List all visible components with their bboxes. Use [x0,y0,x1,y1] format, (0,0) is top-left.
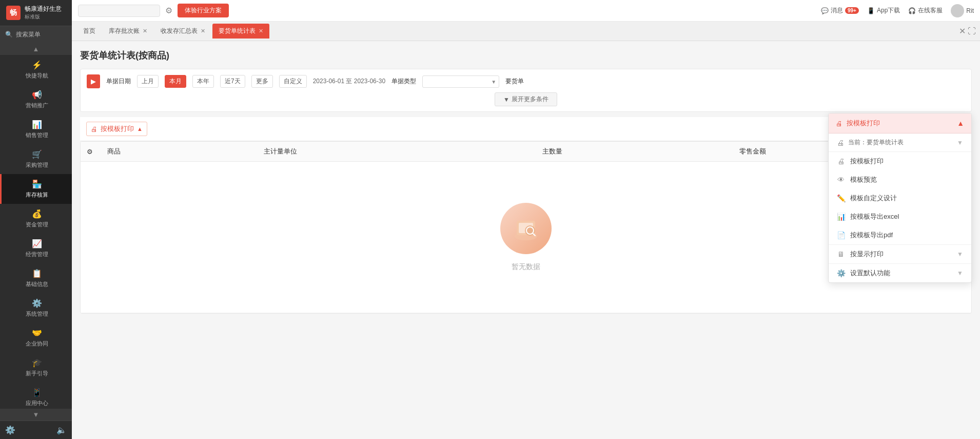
nav-icon-qiye: 🤝 [32,328,42,338]
tab-shoufacun[interactable]: 收发存汇总表 ✕ [154,24,211,39]
dropdown-item-pdf[interactable]: 📄 按模板导出pdf [829,226,971,244]
dropdown-item-set-icon: ⚙️ [837,269,845,277]
tab-kucun-pizhang[interactable]: 库存批次账 ✕ [103,24,153,39]
sidebar-scroll-up[interactable]: ▲ [0,43,72,55]
th-unit: 主计量单位 [258,142,536,162]
sidebar-search[interactable]: 🔍 搜索菜单 [0,26,72,43]
logo-icon: 畅 [6,6,21,20]
nav-label-kucun: 库存核算 [26,191,48,199]
print-btn[interactable]: 🖨 按模板打印 ▲ [86,122,147,136]
gear-icon: ⚙ [87,148,93,156]
dropdown-item-design-icon: ✏️ [837,194,845,202]
date-btn-jin7[interactable]: 近7天 [220,75,245,88]
dropdown-item-preview-label: 模板预览 [850,175,963,184]
tab-shoufacun-close[interactable]: ✕ [201,28,205,34]
sidebar-item-zijin[interactable]: 💰 资金管理 [0,204,72,234]
date-btn-ziding[interactable]: 自定义 [279,75,307,88]
dropdown-item-design-label: 模板自定义设计 [850,194,963,203]
tab-home[interactable]: 首页 [77,24,102,39]
message-label: 消息 [831,6,843,15]
dropdown-item-print-label: 按模板打印 [850,157,963,166]
dropdown-item-design[interactable]: ✏️ 模板自定义设计 [829,189,971,207]
nav-icon-caigou: 🛒 [32,149,42,159]
filter-expand-left[interactable]: ▶ [87,74,100,88]
dropdown-item-preview[interactable]: 👁 模板预览 [829,170,971,189]
app-download-icon: 📱 [867,7,875,14]
nav-label-zijin: 资金管理 [26,221,48,228]
app-tag: 标准版 [25,13,62,21]
tab-yaohuo-close[interactable]: ✕ [259,28,263,34]
tab-yaohuo[interactable]: 要货单统计表 ✕ [212,24,269,39]
message-icon: 💬 [821,7,829,14]
dropdown-current-label: 当前：要货单统计表 [848,138,953,147]
dropdown-collapse-icon[interactable]: ▲ [957,119,964,127]
online-service-icon: 🎧 [908,7,916,14]
dropdown-item-print[interactable]: 🖨 按模板打印 [829,152,971,170]
sidebar-item-xiaoshou[interactable]: 📊 销售管理 [0,114,72,144]
sidebar-scroll-down[interactable]: ▼ [0,409,72,421]
dropdown-item-set-default[interactable]: ⚙️ 设置默认功能 ▼ [829,264,971,282]
sidebar-item-kucun[interactable]: 🏪 库存核算 [0,174,72,204]
sidebar-search-label: 搜索菜单 [16,30,41,39]
sidebar: 畅 畅康通好生意 标准版 🔍 搜索菜单 ▲ ⚡ 快捷导航 📢 营销推广 📊 销售… [0,0,72,439]
sidebar-item-jichu[interactable]: 📋 基础信息 [0,263,72,293]
tab-kucun-pizhang-close[interactable]: ✕ [143,28,147,34]
expand-more-icon: ▼ [503,96,509,103]
empty-icon [500,203,552,254]
nav-icon-xinshou: 🎓 [32,358,42,368]
sidebar-item-qiye[interactable]: 🤝 企业协同 [0,323,72,353]
dropdown-item-excel[interactable]: 📊 按模板导出excel [829,207,971,226]
nav-label-xinshou: 新手引导 [26,370,48,377]
sidebar-item-xitong[interactable]: ⚙️ 系统管理 [0,293,72,323]
dropdown-items-section: 🖨 按模板打印 👁 模板预览 ✏️ 模板自定义设计 📊 按模板导出excel 📄 [829,152,971,245]
dropdown-current-section: 🖨 当前：要货单统计表 ▼ [829,133,971,152]
tab-home-label: 首页 [83,27,95,35]
nav-icon-kucun: 🏪 [32,179,42,189]
print-label: 按模板打印 [101,124,134,133]
date-btn-benyue[interactable]: 本月 [165,75,186,88]
sidebar-item-jingying[interactable]: 📈 经营管理 [0,234,72,263]
date-btn-gengduo[interactable]: 更多 [251,75,273,88]
dropdown-item-set-label: 设置默认功能 [850,269,952,278]
date-btn-bennian[interactable]: 本年 [192,75,214,88]
sidebar-item-xinshou[interactable]: 🎓 新手引导 [0,353,72,383]
trial-btn[interactable]: 体验行业方案 [178,4,229,17]
tab-bar: 首页 库存批次账 ✕ 收发存汇总表 ✕ 要货单统计表 ✕ ✕ ⛶ [72,22,980,41]
tab-kucun-pizhang-label: 库存批次账 [109,27,140,35]
dropdown-item-preview-icon: 👁 [837,176,845,184]
user-avatar-btn[interactable]: Rit [951,4,974,17]
date-btn-shangyu[interactable]: 上月 [137,75,159,88]
dropdown-item-excel-label: 按模板导出excel [850,212,963,221]
expand-more-btn[interactable]: ▼ 展开更多条件 [495,92,557,106]
tab-shoufacun-label: 收发存汇总表 [161,27,198,35]
nav-icon-jingying: 📈 [32,239,42,249]
topbar-search-input[interactable] [78,5,160,17]
tab-close-all-icon[interactable]: ✕ [959,26,966,36]
nav-icon-xiaoshou: 📊 [32,120,42,129]
dropdown-current-icon: 🖨 [837,139,844,147]
online-service-label: 在线客服 [918,6,943,15]
nav-label-caigou: 采购管理 [26,161,48,169]
app-download-btn[interactable]: 📱 App下载 [867,6,900,15]
online-service-btn[interactable]: 🎧 在线客服 [908,6,943,15]
topbar-gear-icon[interactable]: ⚙ [165,6,172,15]
sidebar-item-kuaijie[interactable]: ⚡ 快捷导航 [0,55,72,85]
sidebar-item-caigou[interactable]: 🛒 采购管理 [0,144,72,174]
search-icon: 🔍 [5,31,13,38]
settings-icon[interactable]: ⚙️ [5,425,15,435]
tabs-right: ✕ ⛶ [959,26,980,36]
message-btn[interactable]: 💬 消息 99+ [821,6,859,15]
dropdown-item-display-print[interactable]: 🖥 按显示打印 ▼ [829,245,971,263]
filter-row: ▶ 单据日期 上月 本月 本年 近7天 更多 自定义 2023-06-01 至 … [87,74,965,88]
sidebar-item-yingyong[interactable]: 📱 应用中心 [0,383,72,409]
print-icon: 🖨 [91,125,97,133]
nav-label-yingyong: 应用中心 [26,399,48,407]
dropdown-header-right: ▲ [957,119,964,127]
type-select[interactable] [422,75,499,88]
audio-icon[interactable]: 🔈 [56,425,67,435]
nav-icon-yingxiao: 📢 [32,90,42,100]
sidebar-item-yingxiao[interactable]: 📢 营销推广 [0,85,72,114]
dropdown-item-display-icon: 🖥 [837,250,845,258]
th-gear[interactable]: ⚙ [81,142,101,162]
tab-maximize-icon[interactable]: ⛶ [968,27,976,36]
